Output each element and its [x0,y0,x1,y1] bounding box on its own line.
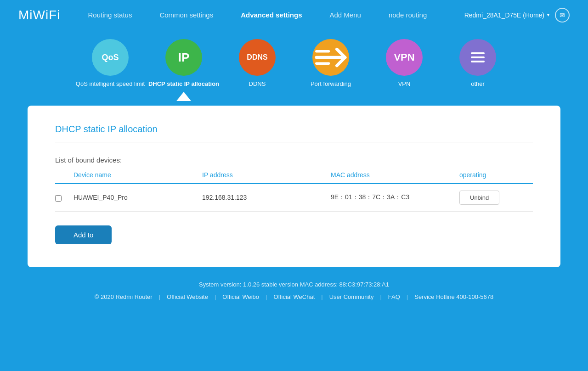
selected-arrow [176,92,191,101]
footer-official-wechat[interactable]: Official WeChat [267,293,321,300]
chevron-down-icon: ▾ [547,12,549,17]
other-label: other [471,80,485,88]
ip-address-cell: 192.168.31.123 [202,194,331,201]
section-title: DHCP static IP allocation [55,124,533,142]
col-header-mac: MAC address [331,171,459,179]
footer-copyright: © 2020 Redmi Router [88,293,159,300]
feature-icons-row: QoS QoS intelligent speed limit IP DHCP … [0,30,588,106]
vpn-circle: VPN [386,39,423,76]
hamburger-icon [471,52,485,62]
mail-icon[interactable]: ✉ [555,8,570,22]
footer-hotline[interactable]: Service Hotline 400-100-5678 [408,293,500,300]
col-header-checkbox [55,171,74,179]
system-info: System version: 1.0.26 stable version MA… [9,281,579,288]
router-name-label: Redmi_28A1_D75E (Home) [464,11,544,19]
nav-node-routing[interactable]: node routing [389,11,427,19]
dhcp-circle: IP [165,39,202,76]
dhcp-icon-text: IP [178,51,190,65]
nav-add-menu[interactable]: Add Menu [330,11,361,19]
portfwd-circle [312,39,349,76]
footer-links: © 2020 Redmi Router | Official Website |… [9,293,579,300]
router-name-dropdown[interactable]: Redmi_28A1_D75E (Home) ▾ [464,11,549,19]
portfwd-icon [312,39,349,76]
footer-user-community[interactable]: User Community [323,293,380,300]
other-circle [459,39,496,76]
row-checkbox-cell [55,194,74,201]
icon-vpn[interactable]: VPN VPN [368,39,441,101]
devices-table: Device name IP address MAC address opera… [55,171,533,212]
table-row: HUAWEI_P40_Pro 192.168.31.123 9E：01：38：7… [55,184,533,212]
nav-routing-status[interactable]: Routing status [88,11,132,19]
nav-advanced-settings[interactable]: Advanced settings [241,11,302,19]
header: MiWiFi Routing status Common settings Ad… [0,0,588,30]
nav-common-settings[interactable]: Common settings [159,11,213,19]
footer: System version: 1.0.26 stable version MA… [0,267,588,305]
qos-circle: QoS [92,39,129,76]
vpn-icon-text: VPN [394,51,414,63]
col-header-ip: IP address [202,171,331,179]
vpn-label: VPN [398,80,411,88]
footer-faq[interactable]: FAQ [382,293,407,300]
header-right: Redmi_28A1_D75E (Home) ▾ ✉ [464,8,570,22]
dhcp-label: DHCP static IP allocation [148,80,219,88]
ddns-circle: DDNS [239,39,276,76]
icon-qos[interactable]: QoS QoS intelligent speed limit [74,39,147,101]
device-name-cell: HUAWEI_P40_Pro [74,194,202,201]
icon-other[interactable]: other [441,39,514,101]
icon-portfwd[interactable]: Port forwarding [294,39,368,101]
col-header-operating: operating [459,171,533,179]
operating-cell: Unbind [459,191,533,205]
mac-address-cell: 9E：01：38：7C：3A：C3 [331,193,459,202]
list-label: List of bound devices: [55,156,533,164]
logo: MiWiFi [18,8,61,22]
device-checkbox[interactable] [55,195,62,202]
main-nav: Routing status Common settings Advanced … [88,11,464,19]
footer-official-website[interactable]: Official Website [160,293,215,300]
footer-official-weibo[interactable]: Official Weibo [216,293,266,300]
qos-label: QoS intelligent speed limit [76,80,145,88]
icon-ddns[interactable]: DDNS DDNS [220,39,294,101]
portfwd-label: Port forwarding [311,80,351,88]
add-to-button[interactable]: Add to [55,225,112,244]
table-header: Device name IP address MAC address opera… [55,171,533,184]
icon-dhcp[interactable]: IP DHCP static IP allocation [147,39,220,101]
main-content: DHCP static IP allocation List of bound … [28,106,560,267]
qos-icon-text: QoS [102,53,119,62]
ddns-icon-text: DDNS [247,53,267,62]
ddns-label: DDNS [249,80,266,88]
col-header-device-name: Device name [74,171,202,179]
unbind-button[interactable]: Unbind [459,191,499,205]
